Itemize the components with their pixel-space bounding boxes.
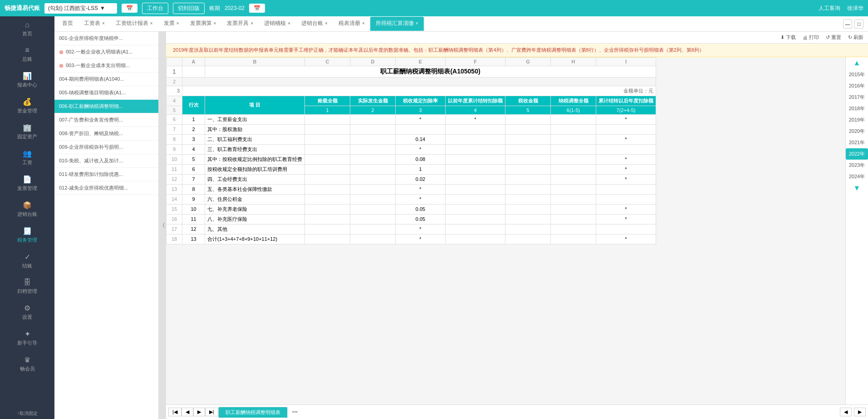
row-8-i[interactable]: *: [596, 134, 656, 144]
row-10-c[interactable]: [305, 154, 350, 164]
row-9-seq[interactable]: 4: [182, 144, 205, 154]
tab-maximize-btn[interactable]: □: [854, 19, 863, 29]
row-13-seq[interactable]: 8: [182, 184, 205, 194]
row-18-e[interactable]: *: [396, 234, 446, 244]
row-10-i[interactable]: *: [596, 154, 656, 164]
list-item-010[interactable]: 010-免税、减计收入及加计...: [54, 154, 158, 168]
row-15-h[interactable]: [551, 204, 596, 214]
row-16-seq[interactable]: 11: [182, 214, 205, 224]
year-item-2021[interactable]: 2021年: [846, 137, 868, 148]
sheet-nav-last[interactable]: ▶|: [205, 408, 218, 416]
tab-home[interactable]: 首页: [57, 17, 78, 31]
tab-invoice-open[interactable]: 发票开具 ×: [221, 17, 259, 31]
row-8-d[interactable]: [350, 134, 396, 144]
row-13-h[interactable]: [551, 184, 596, 194]
sheet-nav-first[interactable]: |◀: [168, 408, 181, 416]
row-8-f[interactable]: [446, 134, 505, 144]
row-11-h[interactable]: [551, 164, 596, 174]
tab-invoice[interactable]: 发票 ×: [158, 17, 185, 31]
row-17-e[interactable]: *: [396, 224, 446, 234]
row-17-d[interactable]: [350, 224, 396, 234]
year-item-2024[interactable]: 2024年: [846, 171, 868, 182]
tab-payroll-report[interactable]: 工资统计报表 ×: [110, 17, 158, 31]
row-7-c[interactable]: [305, 124, 350, 134]
tab-minimize-btn[interactable]: —: [843, 19, 852, 29]
row-16-i[interactable]: *: [596, 214, 656, 224]
year-item-2016[interactable]: 2016年: [846, 80, 868, 92]
row-13-e[interactable]: *: [396, 184, 446, 194]
row-18-g[interactable]: [505, 234, 551, 244]
list-item-005[interactable]: 005-纳税调整项目明细表(A1...: [54, 86, 158, 100]
list-item-001[interactable]: 001-企业所得税年度纳税申...: [54, 32, 158, 45]
collapse-panel-btn[interactable]: 《: [159, 32, 166, 419]
list-item-004[interactable]: 004-期间费用明细表(A1040...: [54, 73, 158, 86]
row-13-g[interactable]: [505, 184, 551, 194]
tab-purchase-check[interactable]: 进销稽核 ×: [259, 17, 296, 31]
row-13-f[interactable]: [446, 184, 505, 194]
row-16-d[interactable]: [350, 214, 396, 224]
row-12-i[interactable]: *: [596, 174, 656, 184]
sidebar-item-wizard[interactable]: ✦ 新手引导: [0, 325, 54, 351]
row-15-f[interactable]: [446, 204, 505, 214]
tab-invoice-calc-close[interactable]: ×: [214, 21, 216, 26]
row-12-g[interactable]: [505, 174, 551, 184]
list-item-009[interactable]: 009-企业所得税弥补亏损明...: [54, 141, 158, 154]
row-6-f[interactable]: *: [446, 114, 505, 124]
row-13-item[interactable]: 五、各类基本社会保障性缴款: [205, 184, 305, 194]
row-7-item[interactable]: 其中：股权激励: [205, 124, 305, 134]
sidebar-item-invoice-mgmt[interactable]: 📄 发票管理: [0, 171, 54, 196]
year-nav-up[interactable]: ▲: [846, 57, 868, 69]
row-9-e[interactable]: *: [396, 144, 446, 154]
tab-income-tax[interactable]: 所得税汇算清缴 ×: [370, 17, 424, 31]
row-10-item[interactable]: 其中：按税收规定比例扣除的职工教育经费: [205, 154, 305, 164]
row-7-i[interactable]: [596, 124, 656, 134]
row-7-h[interactable]: [551, 124, 596, 134]
sidebar-item-tax[interactable]: 🧾 税务管理: [0, 222, 54, 248]
row-7-f[interactable]: [446, 124, 505, 134]
row-11-c[interactable]: [305, 164, 350, 174]
row-18-seq[interactable]: 13: [182, 234, 205, 244]
row-10-f[interactable]: [446, 154, 505, 164]
row-7-d[interactable]: [350, 124, 396, 134]
row-17-h[interactable]: [551, 224, 596, 234]
row-18-f[interactable]: [446, 234, 505, 244]
row-12-d[interactable]: [350, 174, 396, 184]
row-14-g[interactable]: [505, 194, 551, 204]
row-12-seq[interactable]: 7: [182, 174, 205, 184]
year-item-2015[interactable]: 2015年: [846, 69, 868, 80]
row-15-c[interactable]: [305, 204, 350, 214]
row-14-f[interactable]: [446, 194, 505, 204]
row-16-e[interactable]: 0.05: [396, 214, 446, 224]
year-item-2018[interactable]: 2018年: [846, 103, 868, 114]
row-8-g[interactable]: [505, 134, 551, 144]
sheet-options-btn[interactable]: •••: [288, 407, 303, 417]
row-11-item[interactable]: 按税收规定全额扣除的职工培训费用: [205, 164, 305, 174]
sheet-nav-prev[interactable]: ◀: [181, 408, 193, 416]
list-item-012[interactable]: 012-减免企业所得税优惠明细...: [54, 181, 158, 195]
row-14-item[interactable]: 六、住房公积金: [205, 194, 305, 204]
reset-btn[interactable]: ↺ 重置: [826, 34, 841, 41]
sheet-nav-next[interactable]: ▶: [193, 408, 205, 416]
row-18-i[interactable]: *: [596, 234, 656, 244]
sidebar-item-asset-mgmt[interactable]: 💰 资金管理: [0, 93, 54, 119]
row-6-d[interactable]: [350, 114, 396, 124]
row-18-item[interactable]: 合计(1+3+4+7+8+9+10+11+12): [205, 234, 305, 244]
row-18-c[interactable]: [305, 234, 350, 244]
list-item-003[interactable]: ⊗ 003-一般企业成本支出明细...: [54, 59, 158, 73]
row-9-c[interactable]: [305, 144, 350, 154]
row-14-d[interactable]: [350, 194, 396, 204]
row-12-c[interactable]: [305, 174, 350, 184]
row-6-h[interactable]: [551, 114, 596, 124]
row-11-seq[interactable]: 6: [182, 164, 205, 174]
row-12-h[interactable]: [551, 174, 596, 184]
list-item-007[interactable]: 007-广告费和业务宣传费明...: [54, 113, 158, 127]
row-6-item[interactable]: 一、工资薪金支出: [205, 114, 305, 124]
calendar-btn[interactable]: 📅: [122, 4, 137, 13]
row-9-g[interactable]: [505, 144, 551, 154]
row-17-item[interactable]: 九、其他: [205, 224, 305, 234]
calendar-icon-btn[interactable]: 📅: [249, 4, 265, 13]
tab-payroll-report-close[interactable]: ×: [150, 21, 153, 26]
tab-purchase-ledger[interactable]: 进销台账 ×: [296, 17, 333, 31]
row-14-c[interactable]: [305, 194, 350, 204]
row-8-h[interactable]: [551, 134, 596, 144]
